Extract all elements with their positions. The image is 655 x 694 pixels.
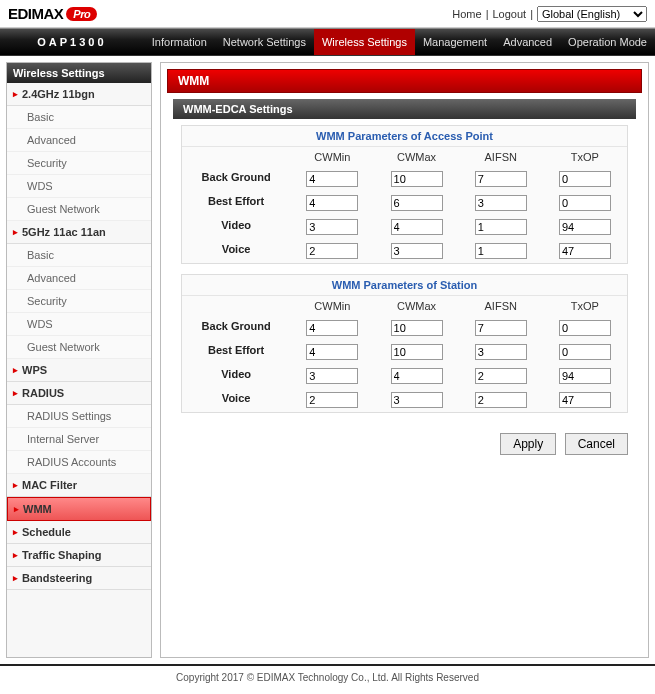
- sidebar-cat-wmm[interactable]: WMM: [7, 497, 151, 521]
- sta-row-label: Voice: [182, 390, 290, 410]
- ap-col-cwmin: CWMin: [290, 149, 374, 165]
- sidebar-cat-mac-filter[interactable]: MAC Filter: [7, 474, 151, 497]
- ap-title: WMM Parameters of Access Point: [182, 126, 627, 147]
- ap-video-cwmin-input[interactable]: [306, 219, 358, 235]
- sta-col-cwmax: CWMax: [374, 298, 458, 314]
- footer-text: Copyright 2017 © EDIMAX Technology Co., …: [0, 666, 655, 689]
- ap-col-cwmax: CWMax: [374, 149, 458, 165]
- ap-row-label: Video: [182, 217, 290, 237]
- ap-col-txop: TxOP: [543, 149, 627, 165]
- sidebar-title: Wireless Settings: [7, 63, 151, 83]
- ap-video-aifsn-input[interactable]: [475, 219, 527, 235]
- nav-advanced[interactable]: Advanced: [495, 29, 560, 55]
- ap-besteffort-aifsn-input[interactable]: [475, 195, 527, 211]
- sta-background-txop-input[interactable]: [559, 320, 611, 336]
- sta-row-label: Best Effort: [182, 342, 290, 362]
- sidebar-item-wds[interactable]: WDS: [7, 175, 151, 198]
- sta-video-txop-input[interactable]: [559, 368, 611, 384]
- sta-voice-cwmax-input[interactable]: [391, 392, 443, 408]
- ap-video-txop-input[interactable]: [559, 219, 611, 235]
- sta-video-aifsn-input[interactable]: [475, 368, 527, 384]
- sta-besteffort-aifsn-input[interactable]: [475, 344, 527, 360]
- sidebar-item-wds[interactable]: WDS: [7, 313, 151, 336]
- sidebar-cat-5ghz-11ac-11an[interactable]: 5GHz 11ac 11an: [7, 221, 151, 244]
- ap-row-label: Back Ground: [182, 169, 290, 189]
- sta-voice-txop-input[interactable]: [559, 392, 611, 408]
- sidebar-cat-bandsteering[interactable]: Bandsteering: [7, 567, 151, 590]
- sta-besteffort-txop-input[interactable]: [559, 344, 611, 360]
- ap-voice-cwmax-input[interactable]: [391, 243, 443, 259]
- sta-video-cwmax-input[interactable]: [391, 368, 443, 384]
- sta-besteffort-cwmin-input[interactable]: [306, 344, 358, 360]
- ap-row-label: Best Effort: [182, 193, 290, 213]
- sta-video-cwmin-input[interactable]: [306, 368, 358, 384]
- sidebar-cat-2-4ghz-11bgn[interactable]: 2.4GHz 11bgn: [7, 83, 151, 106]
- ap-background-cwmax-input[interactable]: [391, 171, 443, 187]
- sta-background-cwmax-input[interactable]: [391, 320, 443, 336]
- ap-background-txop-input[interactable]: [559, 171, 611, 187]
- sidebar-cat-schedule[interactable]: Schedule: [7, 521, 151, 544]
- content-panel: WMM WMM-EDCA Settings WMM Parameters of …: [160, 62, 649, 658]
- ap-besteffort-cwmax-input[interactable]: [391, 195, 443, 211]
- ap-background-aifsn-input[interactable]: [475, 171, 527, 187]
- sidebar-item-security[interactable]: Security: [7, 290, 151, 313]
- sidebar-item-guest-network[interactable]: Guest Network: [7, 336, 151, 359]
- ap-voice-cwmin-input[interactable]: [306, 243, 358, 259]
- sidebar-item-security[interactable]: Security: [7, 152, 151, 175]
- nav-operation-mode[interactable]: Operation Mode: [560, 29, 655, 55]
- ap-besteffort-txop-input[interactable]: [559, 195, 611, 211]
- sta-voice-aifsn-input[interactable]: [475, 392, 527, 408]
- ap-voice-txop-input[interactable]: [559, 243, 611, 259]
- sidebar: Wireless Settings 2.4GHz 11bgnBasicAdvan…: [6, 62, 152, 658]
- sidebar-cat-traffic-shaping[interactable]: Traffic Shaping: [7, 544, 151, 567]
- ap-col-aifsn: AIFSN: [459, 149, 543, 165]
- sta-voice-cwmin-input[interactable]: [306, 392, 358, 408]
- sta-row-label: Back Ground: [182, 318, 290, 338]
- sta-background-cwmin-input[interactable]: [306, 320, 358, 336]
- logout-link[interactable]: Logout: [492, 8, 526, 20]
- sidebar-cat-wps[interactable]: WPS: [7, 359, 151, 382]
- model-label: OAP1300: [0, 36, 144, 48]
- sta-col-txop: TxOP: [543, 298, 627, 314]
- sta-row-label: Video: [182, 366, 290, 386]
- page-title: WMM: [167, 69, 642, 93]
- sidebar-item-advanced[interactable]: Advanced: [7, 267, 151, 290]
- apply-button[interactable]: Apply: [500, 433, 556, 455]
- ap-besteffort-cwmin-input[interactable]: [306, 195, 358, 211]
- sidebar-item-basic[interactable]: Basic: [7, 244, 151, 267]
- sta-col-aifsn: AIFSN: [459, 298, 543, 314]
- sidebar-item-radius-accounts[interactable]: RADIUS Accounts: [7, 451, 151, 474]
- nav-network-settings[interactable]: Network Settings: [215, 29, 314, 55]
- top-links: Home | Logout | Global (English): [452, 6, 647, 22]
- sta-besteffort-cwmax-input[interactable]: [391, 344, 443, 360]
- sidebar-item-guest-network[interactable]: Guest Network: [7, 198, 151, 221]
- sidebar-item-internal-server[interactable]: Internal Server: [7, 428, 151, 451]
- ap-video-cwmax-input[interactable]: [391, 219, 443, 235]
- sta-title: WMM Parameters of Station: [182, 275, 627, 296]
- nav-management[interactable]: Management: [415, 29, 495, 55]
- ap-background-cwmin-input[interactable]: [306, 171, 358, 187]
- sidebar-item-radius-settings[interactable]: RADIUS Settings: [7, 405, 151, 428]
- sidebar-item-advanced[interactable]: Advanced: [7, 129, 151, 152]
- cancel-button[interactable]: Cancel: [565, 433, 628, 455]
- brand-logo: EDIMAXPro: [8, 5, 97, 22]
- sidebar-item-basic[interactable]: Basic: [7, 106, 151, 129]
- sta-background-aifsn-input[interactable]: [475, 320, 527, 336]
- sta-col-cwmin: CWMin: [290, 298, 374, 314]
- ap-row-label: Voice: [182, 241, 290, 261]
- sidebar-cat-radius[interactable]: RADIUS: [7, 382, 151, 405]
- nav-wireless-settings[interactable]: Wireless Settings: [314, 29, 415, 55]
- language-select[interactable]: Global (English): [537, 6, 647, 22]
- home-link[interactable]: Home: [452, 8, 481, 20]
- section-title: WMM-EDCA Settings: [173, 99, 636, 119]
- nav-information[interactable]: Information: [144, 29, 215, 55]
- ap-voice-aifsn-input[interactable]: [475, 243, 527, 259]
